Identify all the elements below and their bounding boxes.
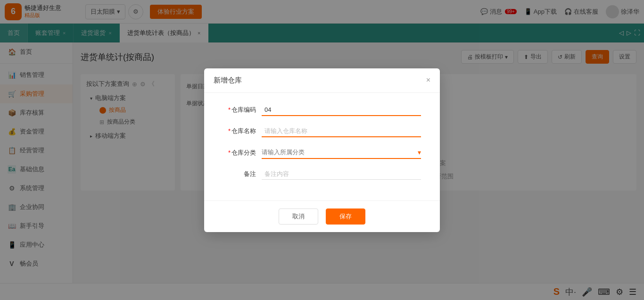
warehouse-code-label: 仓库编码 [223,106,256,114]
category-dropdown-icon: ▾ [418,149,421,156]
warehouse-code-row: 仓库编码 [223,104,421,116]
modal-body: 仓库编码 仓库名称 仓库分类 ▾ 备注 [204,93,440,200]
warehouse-name-input[interactable] [262,125,421,137]
warehouse-name-row: 仓库名称 [223,125,421,137]
modal-add-warehouse: 新增仓库 × 仓库编码 仓库名称 仓库分类 ▾ [204,68,440,232]
save-button[interactable]: 保存 [326,208,365,225]
warehouse-name-label: 仓库名称 [223,127,256,135]
modal-header: 新增仓库 × [204,68,440,93]
remark-row: 备注 [223,168,421,180]
modal-title: 新增仓库 [214,76,242,85]
remark-input[interactable] [262,168,421,180]
warehouse-category-input[interactable] [262,149,418,156]
modal-close-btn[interactable]: × [426,76,430,84]
remark-label: 备注 [223,170,256,178]
warehouse-category-label: 仓库分类 [223,149,256,157]
warehouse-category-select[interactable]: ▾ [262,147,421,159]
modal-footer: 取消 保存 [204,200,440,232]
cancel-button[interactable]: 取消 [279,208,318,225]
warehouse-code-input[interactable] [262,104,421,116]
modal-overlay: 新增仓库 × 仓库编码 仓库名称 仓库分类 ▾ [0,0,644,300]
warehouse-category-row: 仓库分类 ▾ [223,147,421,159]
